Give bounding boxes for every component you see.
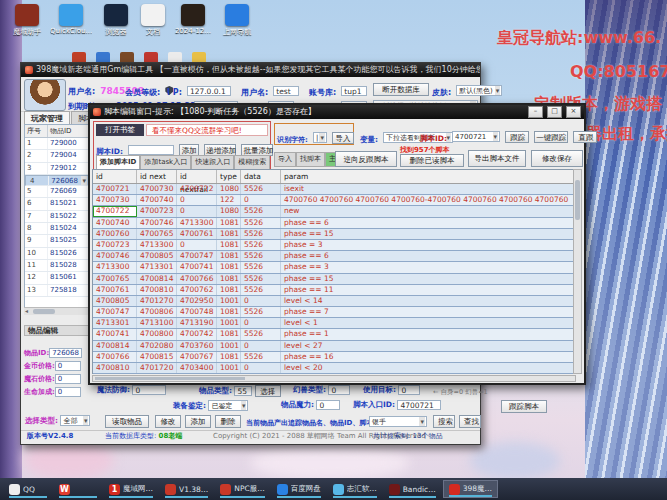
table-vscrollbar[interactable] bbox=[573, 169, 582, 374]
item-row[interactable]: 8815024 bbox=[25, 223, 89, 235]
magic-def-input[interactable]: 0 bbox=[132, 385, 166, 395]
table-row[interactable]: 47007224700723010805526new bbox=[93, 206, 575, 217]
item-row[interactable]: 6815021 bbox=[25, 198, 89, 210]
increment-add-button[interactable]: 递增添加 bbox=[204, 144, 236, 156]
desktop-icon-game[interactable]: 魔域助手 bbox=[6, 4, 48, 37]
desktop-icon-partial[interactable] bbox=[72, 52, 86, 62]
identify-select[interactable]: 已鉴定 bbox=[208, 400, 248, 411]
delete-button[interactable]: 删除 bbox=[215, 415, 241, 428]
pet-type-input[interactable]: 0 bbox=[328, 385, 350, 395]
column-header[interactable]: param bbox=[281, 170, 575, 183]
desktop-icon-partial[interactable] bbox=[192, 52, 206, 62]
db-user-input[interactable]: test bbox=[273, 86, 299, 96]
open-bookmark-tab[interactable]: 打开书签 bbox=[96, 124, 144, 136]
ip-input[interactable]: 127.0.0.1 bbox=[187, 86, 231, 96]
script-window-titlebar[interactable]: 脚本编辑窗口-提示: 【1080-判断任务（5526）是否存在】 – □ × bbox=[90, 105, 584, 119]
item-magic-input[interactable]: 0 bbox=[316, 400, 340, 410]
add-script-button[interactable]: 添加 bbox=[179, 144, 199, 156]
script-minitab[interactable]: 找脚本 bbox=[296, 152, 325, 167]
column-header[interactable]: data bbox=[241, 170, 281, 183]
taskbar-item-moyu-398[interactable]: 398魔… bbox=[443, 480, 498, 498]
gm-window-titlebar[interactable]: 398魔域新老端通用Gm编辑工具 【一直被模仿，但从未被超越--如果您发现其它工… bbox=[21, 63, 480, 77]
item-row[interactable]: 5726069 bbox=[25, 186, 89, 198]
script-tab[interactable]: 添加task入口 bbox=[140, 155, 191, 170]
item-row[interactable]: 9815025 bbox=[25, 235, 89, 247]
item-type-input[interactable]: 55 bbox=[234, 386, 252, 396]
entry-id-input[interactable]: 4700721 bbox=[397, 400, 441, 410]
item-row[interactable]: 11815028 bbox=[25, 260, 89, 272]
item-row[interactable]: 1729000 bbox=[25, 138, 89, 150]
item-row[interactable]: 7815022 bbox=[25, 211, 89, 223]
taskbar-item-baidu-pan[interactable]: 百度网盘 bbox=[272, 480, 326, 498]
desktop-icon-partial[interactable] bbox=[168, 52, 182, 62]
search-select[interactable]: 银手 bbox=[369, 416, 427, 427]
table-row[interactable]: 47007234713300010815526phase = 3 bbox=[93, 240, 575, 251]
desktop-icon-image[interactable]: 2024-12… bbox=[172, 4, 214, 35]
item-row[interactable]: 2729004 bbox=[25, 150, 89, 162]
column-header[interactable]: id bbox=[93, 170, 137, 183]
close-button[interactable]: × bbox=[566, 106, 581, 118]
use-target-input[interactable]: 0 bbox=[398, 385, 420, 395]
trace-script-button[interactable]: 跟踪脚本 bbox=[501, 400, 547, 413]
desktop-icon-partial[interactable] bbox=[120, 52, 134, 62]
modify-button[interactable]: 修改 bbox=[155, 415, 181, 428]
desktop-icon-partial[interactable] bbox=[96, 52, 110, 62]
table-row[interactable]: 47007604700765470076110815526phase == 15 bbox=[93, 229, 575, 240]
search-button[interactable]: 搜索 bbox=[433, 415, 455, 428]
table-row[interactable]: 47008054701270470295010010level < 14 bbox=[93, 296, 575, 307]
add-button[interactable]: 添加 bbox=[185, 415, 211, 428]
minimize-button[interactable]: – bbox=[528, 106, 543, 118]
taskbar-item-qq[interactable]: QQ bbox=[4, 480, 52, 498]
taskbar-item-v138[interactable]: V1.38… bbox=[160, 480, 213, 498]
char-select[interactable]: | bbox=[313, 132, 327, 143]
script-minitab[interactable]: 导入 bbox=[274, 152, 296, 167]
scroll-thumb[interactable] bbox=[33, 309, 55, 314]
desktop-icon-ie[interactable]: 上网导航 bbox=[216, 4, 258, 37]
find-button[interactable]: 查找 bbox=[459, 415, 481, 428]
account-db-input[interactable]: tup1 bbox=[341, 86, 367, 96]
save-button[interactable]: 修改保存 bbox=[531, 150, 583, 167]
desktop-icon-cloud[interactable]: QuickClou… bbox=[50, 4, 92, 35]
table-row[interactable]: 47007474700806470074810815526phase == 7 bbox=[93, 307, 575, 318]
taskbar-item-wps[interactable]: W bbox=[54, 480, 102, 498]
delete-read-button[interactable]: 删除已读脚本 bbox=[400, 154, 464, 167]
one-key-trace-button[interactable]: 一键跟踪 bbox=[534, 131, 568, 143]
taskbar-item-moyu-web[interactable]: 1魔域网… bbox=[104, 480, 158, 498]
column-header[interactable]: id next bbox=[137, 170, 177, 183]
column-header[interactable]: type bbox=[217, 170, 241, 183]
desktop-icon-document[interactable]: 文档 bbox=[132, 4, 174, 37]
table-row[interactable]: 47133014713100471319010010level < 1 bbox=[93, 318, 575, 329]
table-row[interactable]: 47007654700814470076610815526phase == 15 bbox=[93, 274, 575, 285]
table-hscrollbar[interactable] bbox=[92, 375, 576, 382]
import-button[interactable]: 导入 bbox=[332, 132, 354, 144]
script-id-input[interactable] bbox=[128, 145, 174, 155]
maximize-button[interactable]: □ bbox=[547, 106, 562, 118]
direct-trace-button[interactable]: 直跟 bbox=[573, 131, 597, 143]
desktop-icon-browser[interactable]: 浏览器 bbox=[95, 4, 137, 37]
tab-player-manage[interactable]: 玩家管理 bbox=[24, 111, 70, 125]
table-row[interactable]: 47007464700805470074710815526phase == 6 bbox=[93, 251, 575, 262]
batch-add-button[interactable]: 批量添加 bbox=[241, 144, 273, 156]
item-row[interactable]: 12815061 bbox=[25, 272, 89, 284]
column-header[interactable]: id nextfail bbox=[177, 170, 217, 183]
script-tab[interactable]: 添加脚本ID bbox=[96, 155, 140, 170]
table-row[interactable]: 47007664700815470076710815526phase == 16 bbox=[93, 352, 575, 363]
select-type-select[interactable]: 全部 bbox=[60, 415, 90, 426]
table-row[interactable]: 47007414700800470074210815526phase == 1 bbox=[93, 329, 575, 340]
scroll-thumb[interactable] bbox=[95, 377, 245, 380]
desktop-icon-partial[interactable] bbox=[144, 52, 158, 62]
trace-button[interactable]: 跟踪 bbox=[505, 131, 529, 143]
item-list-hscrollbar[interactable] bbox=[24, 307, 90, 315]
table-row[interactable]: 47007404700746471330010815526phase == 6 bbox=[93, 218, 575, 229]
choose-type-button[interactable]: 选择 bbox=[255, 385, 281, 397]
item-row[interactable]: 3729012 bbox=[25, 163, 89, 175]
script-tab[interactable]: 模糊搜索 bbox=[234, 155, 270, 170]
item-row[interactable]: 10815026 bbox=[25, 248, 89, 260]
scroll-thumb[interactable] bbox=[575, 180, 580, 220]
reverse-trace-button[interactable]: 逆向反跟脚本 bbox=[335, 151, 397, 167]
item-row[interactable]: 4726068 bbox=[25, 175, 89, 186]
script-tab[interactable]: 快速跟入口 bbox=[191, 155, 234, 170]
table-row[interactable]: 47007214700730470072210805526isexit bbox=[93, 184, 575, 195]
table-row[interactable]: 47007304700740012204700760 4700760 47007… bbox=[93, 195, 575, 206]
item-row[interactable]: 13725818 bbox=[25, 285, 89, 297]
